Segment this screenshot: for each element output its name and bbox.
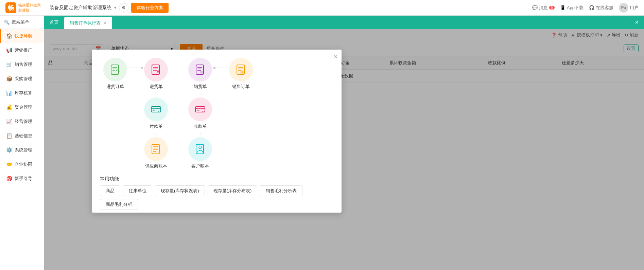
sidebar-item-marketing[interactable]: 📢 营销推广 xyxy=(0,43,44,57)
message-icon: 💬 xyxy=(532,5,538,10)
sidebar-item-system[interactable]: ⚙️ 系统管理 xyxy=(0,143,44,157)
tab-bar: 首页 销售订单执行表 × × xyxy=(44,16,644,29)
sales-bill-circle xyxy=(188,58,212,82)
dropdown-icon[interactable]: ▾ xyxy=(114,5,116,10)
online-service-action[interactable]: 🎧 在线客服 xyxy=(589,5,613,11)
purchase-icon: 📦 xyxy=(6,76,12,82)
content-area: 首页 销售订单执行表 × × ❓ 帮助 🖨 xyxy=(44,16,644,270)
sidebar-item-finance[interactable]: 💰 资金管理 xyxy=(0,100,44,114)
customer-account-node: 客户账本 xyxy=(188,137,212,169)
svg-rect-15 xyxy=(153,110,155,111)
beginner-icon: 🎯 xyxy=(6,176,12,181)
purchase-order-circle xyxy=(103,58,127,82)
sidebar-item-purchase[interactable]: 📦 采购管理 xyxy=(0,72,44,86)
message-badge: 5 xyxy=(549,6,555,10)
flow-col-2: 进货单 ↓ ¥ 付款单 ↓ xyxy=(144,58,168,169)
app-download-action[interactable]: 📱 App下载 xyxy=(560,5,584,11)
down-arrow-4: ↓ xyxy=(199,131,202,136)
header-right: 💬 消息 5 📱 App下载 🎧 在线客服 Ea 用户 xyxy=(532,3,639,13)
purchase-bill-circle xyxy=(144,58,168,82)
header-center: 装备及固定资产辅助管理系统 ▾ ⚙ 体验行业方案 xyxy=(50,3,532,13)
sidebar-item-label: 采购管理 xyxy=(15,76,32,82)
sidebar-item-quick-nav[interactable]: 🏠 快捷导航 xyxy=(0,29,44,43)
inventory-icon: 📊 xyxy=(6,90,12,96)
flow-col-4: 销售订单 xyxy=(229,58,253,90)
sidebar-item-label: 营销推广 xyxy=(15,47,32,53)
sidebar-search[interactable]: 🔍 搜索菜单 xyxy=(0,16,44,29)
sidebar-item-enterprise[interactable]: 🤝 企业协同 xyxy=(0,157,44,172)
sidebar-item-label: 库存核算 xyxy=(15,90,32,96)
purchase-bill-label: 进货单 xyxy=(150,84,163,90)
down-arrow-3: ↓ xyxy=(199,91,202,96)
receipt-bill-label: 收款单 xyxy=(194,123,207,129)
svg-text:¥: ¥ xyxy=(158,110,160,113)
message-action[interactable]: 💬 消息 5 xyxy=(532,5,555,11)
top-header: 畅 畅康通好生意 标准版 装备及固定资产辅助管理系统 ▾ ⚙ 体验行业方案 💬 … xyxy=(0,0,644,16)
home-icon: 🏠 xyxy=(6,33,12,39)
marketing-icon: 📢 xyxy=(6,48,12,53)
settings-icon[interactable]: ⚙ xyxy=(119,3,128,13)
arrow-1 xyxy=(127,58,144,71)
sales-icon: 🛒 xyxy=(6,62,12,67)
supplier-account-node: 供应商账本 xyxy=(144,137,168,169)
tab-home[interactable]: 首页 xyxy=(44,16,64,29)
sidebar-item-label: 快捷导航 xyxy=(15,33,32,39)
sidebar-item-sales[interactable]: 🛒 销售管理 xyxy=(0,57,44,72)
trial-button[interactable]: 体验行业方案 xyxy=(131,3,169,13)
payment-bill-label: 付款单 xyxy=(150,123,163,129)
main-body: 🔍 搜索菜单 🏠 快捷导航 📢 营销推广 🛒 销售管理 📦 采购管理 📊 xyxy=(0,16,644,270)
svg-marker-5 xyxy=(141,67,144,69)
func-btn-stock-dist[interactable]: 现存量(库存分布表) xyxy=(208,185,258,196)
sidebar-item-label: 销售管理 xyxy=(15,61,32,68)
system-title: 装备及固定资产辅助管理系统 xyxy=(50,5,111,11)
avatar: Ea xyxy=(619,3,628,13)
payment-bill-node: ¥ 付款单 xyxy=(144,97,168,129)
search-icon: 🔍 xyxy=(4,20,10,25)
func-btn-product[interactable]: 商品 xyxy=(100,185,120,196)
svg-rect-17 xyxy=(152,144,159,154)
sidebar-item-label: 经营管理 xyxy=(15,119,32,125)
func-grid-row1: 商品 往来单位 现存量(库存状况表) 现存量(库存分布表) 销售毛利分析表 商品… xyxy=(100,185,333,210)
sales-order-circle xyxy=(229,58,253,82)
close-window-icon[interactable]: × xyxy=(635,19,644,26)
sidebar-item-inventory[interactable]: 📊 库存核算 xyxy=(0,86,44,100)
receipt-bill-node: ¥ 收款单 xyxy=(188,97,212,129)
svg-rect-26 xyxy=(200,71,204,73)
arrow-2 xyxy=(212,58,229,71)
flow-col-1: 进货订单 xyxy=(103,58,127,90)
sidebar-item-basic-info[interactable]: 📋 基础信息 xyxy=(0,129,44,143)
service-icon: 🎧 xyxy=(589,5,594,10)
tab-sales-order[interactable]: 销售订单执行表 × xyxy=(64,17,112,29)
customer-account-label: 客户账本 xyxy=(191,163,209,169)
enterprise-icon: 🤝 xyxy=(6,162,12,167)
logo-text: 畅康通好生意 标准版 xyxy=(18,3,41,13)
sales-bill-node: 销货单 xyxy=(188,58,212,90)
common-functions-title: 常用功能 xyxy=(100,176,333,182)
sales-bill-label: 销货单 xyxy=(194,84,207,90)
sidebar-item-label: 新手引导 xyxy=(15,176,32,182)
modal-close-button[interactable]: × xyxy=(334,54,337,60)
modal-overlay[interactable]: × 进货订单 xyxy=(44,29,644,270)
sidebar-item-operation[interactable]: 📈 经营管理 xyxy=(0,114,44,129)
svg-point-32 xyxy=(199,146,202,149)
svg-marker-34 xyxy=(212,67,215,69)
home-tab-label: 首页 xyxy=(50,19,58,25)
func-btn-product-profit[interactable]: 商品毛利分析 xyxy=(100,199,138,210)
func-btn-partner[interactable]: 往来单位 xyxy=(123,185,152,196)
app-icon: 📱 xyxy=(560,5,565,10)
logo-icon: 畅 xyxy=(5,2,16,13)
inner-content: ❓ 帮助 🖨 按模板打印 ▾ ↗ 导出 ↻ 刷新 xyxy=(44,29,644,270)
receipt-circle: ¥ xyxy=(188,97,212,121)
func-btn-stock-status[interactable]: 现存量(库存状况表) xyxy=(155,185,205,196)
user-action[interactable]: Ea 用户 xyxy=(619,3,639,13)
tab-close-icon[interactable]: × xyxy=(104,21,106,25)
payment-circle: ¥ xyxy=(144,97,168,121)
logo-area: 畅 畅康通好生意 标准版 xyxy=(5,2,50,13)
supplier-account-label: 供应商账本 xyxy=(145,163,167,169)
flow-diagram: 进货订单 xyxy=(100,58,333,176)
sidebar-item-beginner[interactable]: 🎯 新手引导 xyxy=(0,172,44,186)
sales-order-node-label: 销售订单 xyxy=(232,84,250,90)
finance-icon: 💰 xyxy=(6,105,12,110)
func-btn-sales-profit[interactable]: 销售毛利分析表 xyxy=(260,185,302,196)
svg-text:¥: ¥ xyxy=(202,110,204,113)
